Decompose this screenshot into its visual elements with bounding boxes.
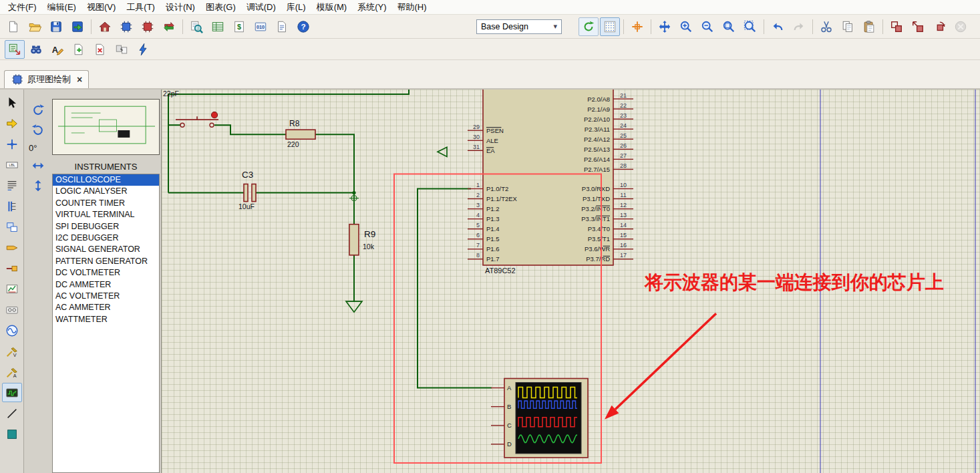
current-probe-button[interactable]: A	[2, 362, 22, 381]
oscilloscope-component[interactable]: ABCD	[491, 379, 588, 458]
line-2d-button[interactable]	[2, 404, 22, 423]
zoom-out-button[interactable]	[697, 17, 717, 36]
property-assign-button[interactable]: A	[47, 40, 67, 59]
import-project-button[interactable]	[67, 17, 88, 36]
menu-edit[interactable]: 编辑(E)	[42, 0, 81, 15]
instrument-pattern-generator[interactable]: PATTERN GENERATOR	[53, 256, 159, 267]
design-selector[interactable]: Base Design ▾	[476, 19, 562, 34]
instrument-signal-generator[interactable]: SIGNAL GENERATOR	[53, 244, 159, 255]
device-pin-mode-button[interactable]	[2, 259, 22, 278]
rotate-anticlockwise-button[interactable]	[29, 122, 47, 139]
menu-system[interactable]: 系统(Y)	[352, 0, 391, 15]
menu-tools[interactable]: 工具(T)	[121, 0, 160, 15]
find-component-button[interactable]	[26, 40, 46, 59]
bom-dollar-button[interactable]: $	[229, 17, 249, 36]
root-sheet-button[interactable]	[5, 40, 25, 59]
redo-button[interactable]	[789, 17, 809, 36]
resistor-r9[interactable]: R9 10k	[349, 224, 375, 255]
junction-dot-button[interactable]	[2, 134, 22, 154]
pcb-layout-button[interactable]	[138, 17, 158, 36]
pan-view-button[interactable]	[655, 17, 675, 36]
selection-mode-button[interactable]	[2, 93, 22, 112]
help-button[interactable]: ?	[293, 17, 313, 36]
wires[interactable]	[168, 90, 492, 388]
menu-template[interactable]: 模版(M)	[311, 0, 353, 15]
sheet-tool-group: A	[4, 40, 154, 59]
instrument-logic-analyser[interactable]: LOGIC ANALYSER	[53, 186, 159, 197]
bus-mode-button[interactable]	[2, 196, 22, 216]
tape-recorder-button[interactable]	[2, 300, 22, 319]
instrument-ac-voltmeter[interactable]: AC VOLTMETER	[53, 291, 159, 302]
design-notes-button[interactable]	[272, 17, 292, 36]
mirror-horizontal-button[interactable]	[29, 157, 47, 174]
electrical-check-button[interactable]	[133, 40, 153, 59]
graph-mode-button[interactable]	[2, 279, 22, 299]
schematic-preview[interactable]	[52, 99, 160, 155]
source-code-button[interactable]: 010	[251, 17, 271, 36]
cut-button[interactable]	[816, 17, 836, 36]
paste-button[interactable]	[859, 17, 879, 36]
instrument-ac-ammeter[interactable]: AC AMMETER	[53, 302, 159, 313]
tab-schematic[interactable]: 原理图绘制 ×	[4, 70, 89, 88]
voltage-probe-button[interactable]: V	[2, 341, 22, 361]
bill-table-button[interactable]	[208, 17, 228, 36]
subcircuit-mode-button[interactable]	[2, 217, 22, 236]
ground-symbol[interactable]	[346, 301, 362, 312]
terminal-mode-button[interactable]	[2, 238, 22, 257]
schematic-canvas[interactable]: R8 220 C3 10uF R9 10k 22pF AT8	[162, 90, 980, 473]
instrument-virtual-terminal[interactable]: VIRTUAL TERMINAL	[53, 209, 159, 220]
instrument-counter-timer[interactable]: COUNTER TIMER	[53, 198, 159, 209]
block-delete-button[interactable]	[951, 17, 971, 36]
box-2d-button[interactable]	[2, 424, 22, 444]
home-design-button[interactable]	[95, 17, 115, 36]
menu-view[interactable]: 视图(V)	[81, 0, 121, 15]
instrument-dc-voltmeter[interactable]: DC VOLTMETER	[53, 267, 159, 279]
generator-mode-button[interactable]	[2, 321, 22, 340]
instrument-oscilloscope[interactable]: OSCILLOSCOPE	[53, 174, 159, 186]
menu-file[interactable]: 文件(F)	[3, 0, 42, 15]
block-rotate-button[interactable]	[929, 17, 949, 36]
menu-design[interactable]: 设计(N)	[160, 0, 200, 15]
zoom-in-button[interactable]	[676, 17, 696, 36]
instrument-i2c-debugger[interactable]: I2C DEBUGGER	[53, 232, 159, 244]
design-sync-button[interactable]	[159, 17, 179, 36]
block-move-button[interactable]	[908, 17, 928, 36]
capacitor-c3[interactable]: C3 10uF	[238, 170, 256, 210]
menu-help[interactable]: 帮助(H)	[392, 0, 432, 15]
new-sheet-button[interactable]	[69, 40, 89, 59]
design-explorer-button[interactable]	[186, 17, 206, 36]
zoom-area-button[interactable]	[740, 17, 760, 36]
resistor-r8[interactable]: R8 220	[286, 119, 315, 148]
wire-label-button[interactable]: LBL	[2, 155, 22, 174]
chip-at89c52[interactable]: AT89C52 29PSEN30ALE31EA1P1.0/T22P1.1/T2E…	[468, 90, 633, 275]
instrument-wattmeter[interactable]: WATTMETER	[53, 314, 159, 325]
schematic-capture-button[interactable]	[116, 17, 136, 36]
grid-toggle-button[interactable]	[600, 17, 620, 36]
r8-ref: R8	[289, 119, 300, 128]
open-folder-button[interactable]	[25, 17, 45, 36]
svg-text:15: 15	[620, 232, 627, 239]
block-copy-button[interactable]	[886, 17, 907, 36]
new-file-button[interactable]	[3, 17, 23, 36]
menu-debug[interactable]: 调试(D)	[241, 0, 281, 15]
rotate-clockwise-button[interactable]	[29, 102, 47, 119]
zoom-all-button[interactable]	[719, 17, 739, 36]
undo-button[interactable]	[768, 17, 788, 36]
menu-library[interactable]: 库(L)	[281, 0, 311, 15]
origin-marker-button[interactable]	[627, 17, 647, 36]
virtual-instrument-button[interactable]	[2, 383, 22, 402]
remove-sheet-button[interactable]	[90, 40, 110, 59]
menu-graph[interactable]: 图表(G)	[200, 0, 241, 15]
instrument-spi-debugger[interactable]: SPI DEBUGGER	[53, 221, 159, 232]
text-script-button[interactable]	[2, 176, 22, 195]
push-button[interactable]	[176, 112, 218, 128]
rotation-angle-field[interactable]: 0°	[29, 143, 47, 153]
mirror-vertical-button[interactable]	[29, 177, 47, 194]
component-mode-button[interactable]	[2, 114, 22, 133]
save-button[interactable]	[46, 17, 66, 36]
goto-sheet-button[interactable]	[112, 40, 132, 59]
instrument-dc-ammeter[interactable]: DC AMMETER	[53, 279, 159, 291]
copy-button[interactable]	[838, 17, 858, 36]
refresh-view-button[interactable]	[579, 17, 599, 36]
tab-close-icon[interactable]: ×	[77, 74, 82, 85]
